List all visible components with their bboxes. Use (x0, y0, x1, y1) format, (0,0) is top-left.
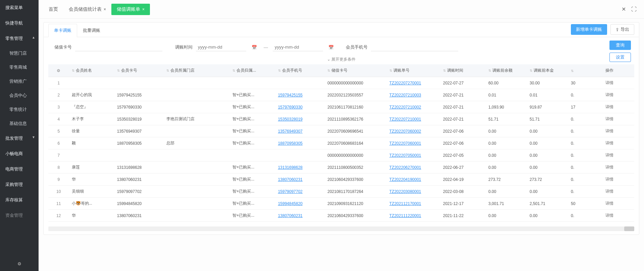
col-name[interactable]: 会员姓名 (69, 64, 114, 77)
cell-belong: 智+已购买... (230, 210, 275, 222)
detail-link[interactable]: 详情 (585, 89, 634, 101)
cell-phone[interactable]: 13807060231 (275, 210, 325, 222)
cell-extra: 30 (568, 77, 585, 89)
cell-order[interactable]: TZ202207060002 (387, 125, 440, 137)
detail-link[interactable]: 详情 (585, 186, 634, 198)
filter-date-to[interactable] (273, 43, 323, 51)
gear-icon[interactable]: ⚙ (0, 257, 39, 271)
horizontal-scrollbar[interactable] (48, 226, 634, 231)
detail-link[interactable]: 详情 (585, 161, 634, 174)
cell-store (164, 89, 230, 101)
cell-card (114, 149, 164, 161)
cell-order[interactable]: TZ202207050001 (387, 149, 440, 161)
filter-phone-input[interactable] (371, 43, 458, 51)
cell-stored: 2021061170812160 (325, 101, 387, 113)
cell-phone[interactable]: 13807060231 (275, 174, 325, 186)
sidebar-sub-3[interactable]: 会员中心 (0, 88, 39, 103)
cell-card: 13131698628 (114, 161, 164, 174)
cell-card: 13576949307 (114, 125, 164, 137)
col-time[interactable]: 调账时间 (440, 64, 486, 77)
tab-home[interactable]: 首页 (43, 4, 63, 15)
detail-link[interactable]: 详情 (585, 149, 634, 161)
detail-link[interactable]: 详情 (585, 101, 634, 113)
detail-link[interactable]: 详情 (585, 113, 634, 125)
detail-link[interactable]: 详情 (585, 137, 634, 149)
cell-order[interactable]: TZ202112170001 (387, 198, 440, 210)
sidebar-quicknav[interactable]: 快捷导航 (0, 15, 39, 31)
cell-phone[interactable]: 15797690330 (275, 101, 325, 113)
inner-tab-single[interactable]: 单卡调账 (48, 24, 77, 37)
col-belong[interactable]: 会员归属... (230, 64, 275, 77)
close-icon[interactable]: × (142, 7, 145, 12)
cell-phone[interactable]: 13131698628 (275, 161, 325, 174)
cell-order[interactable]: TZ202207270001 (387, 77, 440, 89)
settings-button[interactable]: 设置 (609, 53, 631, 62)
col-order[interactable]: 调账单号 (387, 64, 440, 77)
detail-link[interactable]: 详情 (585, 198, 634, 210)
cell-phone[interactable]: 15350328019 (275, 113, 325, 125)
sidebar-sub-1[interactable]: 零售商城 (0, 60, 39, 74)
cell-store: 李艳芬测试门店 (164, 113, 230, 125)
sidebar-sub-2[interactable]: 营销推广 (0, 74, 39, 88)
sidebar-purchase[interactable]: 采购管理 (0, 177, 39, 192)
cell-stored: 2021060429337600 (325, 210, 387, 222)
cell-order[interactable]: TZ202111220001 (387, 210, 440, 222)
detail-link[interactable]: 详情 (585, 77, 634, 89)
cell-phone[interactable]: 15979097702 (275, 186, 325, 198)
sidebar-wholesale[interactable]: 批发管理 (0, 131, 39, 146)
filter-card-input[interactable] (75, 43, 162, 51)
tab-adjust[interactable]: 储值调账单 × (111, 4, 150, 15)
inner-tab-batch[interactable]: 批量调账 (77, 24, 106, 37)
new-adjust-button[interactable]: 新增单卡调账 (571, 24, 607, 35)
cell-order[interactable]: TZ202204190001 (387, 174, 440, 186)
detail-link[interactable]: 详情 (585, 210, 634, 222)
cell-order[interactable]: TZ202207210002 (387, 101, 440, 113)
cell-extra: 0. (568, 210, 585, 222)
close-icon[interactable]: × (104, 7, 106, 12)
sidebar-search[interactable]: 搜索菜单 (0, 0, 39, 15)
close-all-icon[interactable]: ✕ (619, 5, 629, 14)
col-store[interactable]: 会员所属门店 (164, 64, 230, 77)
sidebar-sub-4[interactable]: 零售统计 (0, 103, 39, 117)
cell-phone[interactable]: 18870958305 (275, 137, 325, 149)
query-button[interactable]: 查询 (609, 41, 631, 50)
detail-link[interactable]: 详情 (585, 174, 634, 186)
sidebar-sub-5[interactable]: 基础信息 (0, 117, 39, 131)
tab-stats[interactable]: 会员储值统计表 × (63, 4, 111, 15)
col-balance[interactable]: 调账前余额 (486, 64, 527, 77)
cell-time: 2021-12-17 (440, 198, 486, 210)
cell-balance: 0.00 (486, 149, 527, 161)
fullscreen-icon[interactable]: ⛶ (629, 5, 639, 14)
cell-phone[interactable]: 15994845820 (275, 198, 325, 210)
cell-phone[interactable]: 13576949307 (275, 125, 325, 137)
calendar-icon[interactable]: 📅 (326, 45, 336, 50)
cell-balance: 0.00 (486, 161, 527, 174)
cell-order[interactable]: TZ202207060001 (387, 137, 440, 149)
expand-filters[interactable]: ⌄ 展开更多条件 (327, 57, 356, 62)
cell-order[interactable]: TZ202207210001 (387, 113, 440, 125)
sidebar-ecom2[interactable]: 电商管理 (0, 161, 39, 177)
sidebar-retail[interactable]: 零售管理 (0, 31, 39, 46)
filter-date-from[interactable] (196, 43, 246, 51)
sidebar-partial[interactable]: 资金管理 (0, 208, 39, 223)
calendar-icon[interactable]: 📅 (250, 45, 259, 50)
sidebar-sub-0[interactable]: 智慧门店 (0, 46, 39, 60)
col-stored[interactable]: 储值卡号 (325, 64, 387, 77)
cell-phone (275, 77, 325, 89)
cell-order[interactable]: TZ202206270001 (387, 161, 440, 174)
cell-phone[interactable]: 15979425155 (275, 89, 325, 101)
sidebar-ecom1[interactable]: 小畅电商 (0, 146, 39, 161)
col-extra[interactable] (568, 64, 585, 77)
cell-name (69, 149, 114, 161)
table-gear-icon[interactable]: ⚙ (57, 68, 60, 73)
col-card[interactable]: 会员卡号 (114, 64, 164, 77)
detail-link[interactable]: 详情 (585, 125, 634, 137)
col-phone[interactable]: 会员手机号 (275, 64, 325, 77)
cell-time: 2022-07-05 (440, 149, 486, 161)
export-button[interactable]: ⇪ 导出 (610, 24, 634, 35)
cell-order[interactable]: TZ202203080001 (387, 186, 440, 198)
cell-time: 2022-07-06 (440, 137, 486, 149)
cell-order[interactable]: TZ202207210003 (387, 89, 440, 101)
sidebar-inventory[interactable]: 库存核算 (0, 192, 39, 208)
col-principal[interactable]: 调账前本金 (527, 64, 568, 77)
